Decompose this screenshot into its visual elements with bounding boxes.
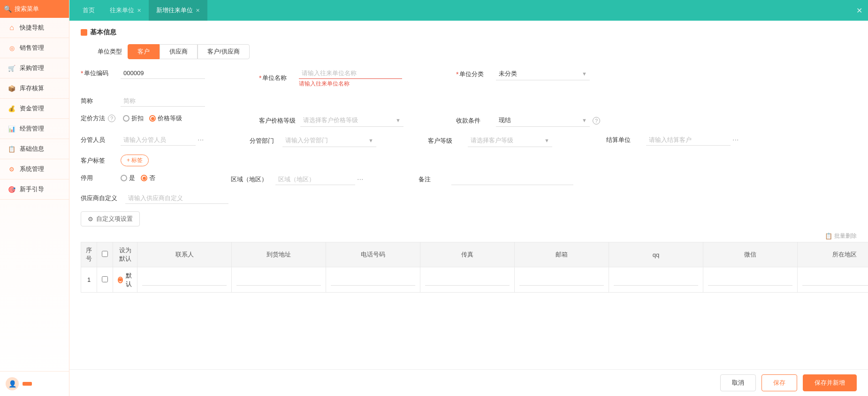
- batch-delete-label[interactable]: 批量删除: [834, 232, 857, 240]
- cancel-button[interactable]: 取消: [720, 374, 756, 391]
- pricing-method-field: 定价方法 ? 折扣 价格等级: [81, 114, 250, 123]
- disabled-yes-radio[interactable]: [121, 175, 127, 181]
- disabled-field: 停用 是 否: [81, 174, 212, 182]
- unit-name-input[interactable]: [299, 68, 402, 79]
- guide-icon: 🎯: [8, 185, 16, 194]
- payment-terms-field: 收款条件 现结 ▼ ?: [456, 114, 634, 127]
- sidebar-item-label: 库存核算: [20, 84, 44, 93]
- sidebar-item-operation[interactable]: 📊 经营管理: [0, 119, 69, 139]
- manager-input[interactable]: [121, 134, 196, 146]
- dept-select[interactable]: 请输入分管部门 ▼: [282, 134, 376, 147]
- payment-terms-label: 收款条件: [456, 116, 496, 125]
- manager-field: 分管人员 ···: [81, 134, 240, 146]
- save-new-button[interactable]: 保存并新增: [803, 374, 857, 391]
- unit-name-field: * 单位名称 请输入往来单位名称: [259, 68, 447, 88]
- default-radio[interactable]: [118, 277, 123, 283]
- payment-terms-select[interactable]: 现结 ▼: [496, 114, 590, 127]
- sidebar-expand-icon[interactable]: [23, 382, 32, 386]
- short-name-input[interactable]: [121, 95, 205, 107]
- sidebar-item-guide[interactable]: 🎯 新手引导: [0, 179, 69, 200]
- row-checkbox[interactable]: [102, 276, 108, 282]
- sidebar-search[interactable]: 🔍 搜索菜单: [0, 0, 69, 18]
- unit-category-select[interactable]: 未分类 ▼: [496, 68, 590, 80]
- row-email[interactable]: [515, 267, 609, 293]
- disabled-no-radio[interactable]: [141, 175, 147, 181]
- custom-settings-label: 自定义项设置: [96, 215, 133, 223]
- contact-input[interactable]: [142, 274, 227, 286]
- system-icon: ⚙: [8, 165, 16, 173]
- save-button[interactable]: 保存: [761, 374, 797, 391]
- sidebar-item-label: 销售管理: [20, 44, 44, 52]
- sidebar-item-basic[interactable]: 📋 基础信息: [0, 139, 69, 159]
- settlement-more-btn[interactable]: ···: [731, 136, 740, 144]
- email-input[interactable]: [519, 274, 604, 286]
- region-table-input[interactable]: [802, 274, 868, 286]
- footer-bar: 取消 保存 保存并新增: [69, 369, 868, 396]
- settlement-label: 结算单位: [606, 136, 646, 144]
- pricing-discount-option[interactable]: 折扣: [123, 114, 144, 123]
- row-contact[interactable]: [137, 267, 232, 293]
- manager-more-btn[interactable]: ···: [196, 136, 206, 144]
- sidebar-item-quick-nav[interactable]: ⌂ 快捷导航: [0, 18, 69, 38]
- customer-price-select[interactable]: 请选择客户价格等级 ▼: [300, 114, 404, 127]
- region-more-btn[interactable]: ···: [355, 175, 365, 184]
- sidebar-bottom: 👤: [0, 371, 69, 396]
- row-address[interactable]: [232, 267, 326, 293]
- unit-type-supplier-btn[interactable]: 供应商: [160, 44, 198, 59]
- unit-name-error: 请输入往来单位名称: [299, 80, 447, 88]
- supplier-custom-input[interactable]: [125, 193, 228, 204]
- unit-category-field: * 单位分类 未分类 ▼: [456, 68, 634, 80]
- sidebar-item-inventory[interactable]: 📦 库存核算: [0, 78, 69, 99]
- customer-level-field: 客户等级 请选择客户等级 ▼: [428, 134, 597, 147]
- region-input[interactable]: [275, 174, 355, 185]
- unit-category-label: * 单位分类: [456, 70, 496, 78]
- default-radio-item[interactable]: 默认: [118, 272, 132, 288]
- tab-partner[interactable]: 往来单位 ✕: [102, 0, 149, 21]
- select-all-checkbox[interactable]: [102, 251, 108, 257]
- customer-level-select[interactable]: 请选择客户等级 ▼: [468, 134, 552, 147]
- customer-level-placeholder: 请选择客户等级: [471, 136, 544, 145]
- pricing-discount-radio[interactable]: [123, 115, 129, 122]
- window-close-btn[interactable]: ✕: [856, 6, 862, 15]
- sidebar-item-sales[interactable]: ◎ 销售管理: [0, 38, 69, 58]
- sales-icon: ◎: [8, 44, 16, 52]
- custom-settings-button[interactable]: ⚙ 自定义项设置: [81, 211, 140, 226]
- unit-code-input[interactable]: [121, 68, 205, 79]
- qq-input[interactable]: [614, 274, 698, 286]
- row-phone[interactable]: [326, 267, 420, 293]
- form-row-2: 简称: [81, 95, 857, 107]
- pricing-level-radio[interactable]: [149, 115, 156, 122]
- row-qq[interactable]: [609, 267, 703, 293]
- disabled-no-option[interactable]: 否: [141, 174, 155, 182]
- row-checkbox-cell: [97, 267, 113, 293]
- remarks-input[interactable]: [451, 174, 573, 185]
- unit-type-both-btn[interactable]: 客户/供应商: [198, 44, 250, 59]
- row-wechat[interactable]: [703, 267, 798, 293]
- chevron-payment-icon: ▼: [582, 117, 587, 123]
- address-input[interactable]: [236, 274, 321, 286]
- row-region[interactable]: [798, 267, 868, 293]
- pricing-help-icon[interactable]: ?: [108, 115, 115, 122]
- wechat-input[interactable]: [708, 274, 792, 286]
- batch-delete-icon: 📋: [825, 233, 832, 240]
- tab-new-partner[interactable]: 新增往来单位 ✕: [149, 0, 207, 21]
- row-fax[interactable]: [420, 267, 515, 293]
- sidebar-item-label: 采购管理: [20, 64, 44, 72]
- tab-home[interactable]: 首页: [75, 0, 102, 21]
- unit-type-customer-btn[interactable]: 客户: [128, 44, 160, 59]
- fax-input[interactable]: [425, 274, 510, 286]
- tag-add-button[interactable]: + 标签: [121, 155, 149, 166]
- col-contact: 联系人: [137, 242, 232, 267]
- payment-help-icon[interactable]: ?: [593, 117, 600, 124]
- tab-new-partner-close[interactable]: ✕: [196, 8, 200, 13]
- sidebar-item-purchase[interactable]: 🛒 采购管理: [0, 58, 69, 78]
- tab-partner-close[interactable]: ✕: [137, 8, 141, 13]
- pricing-level-option[interactable]: 价格等级: [149, 114, 182, 123]
- customer-price-label: 客户价格等级: [259, 116, 300, 125]
- section-icon: [81, 29, 87, 36]
- phone-input[interactable]: [331, 274, 415, 286]
- sidebar-item-system[interactable]: ⚙ 系统管理: [0, 159, 69, 179]
- settlement-input[interactable]: [646, 134, 731, 146]
- sidebar-item-finance[interactable]: 💰 资金管理: [0, 99, 69, 119]
- disabled-yes-option[interactable]: 是: [121, 174, 135, 182]
